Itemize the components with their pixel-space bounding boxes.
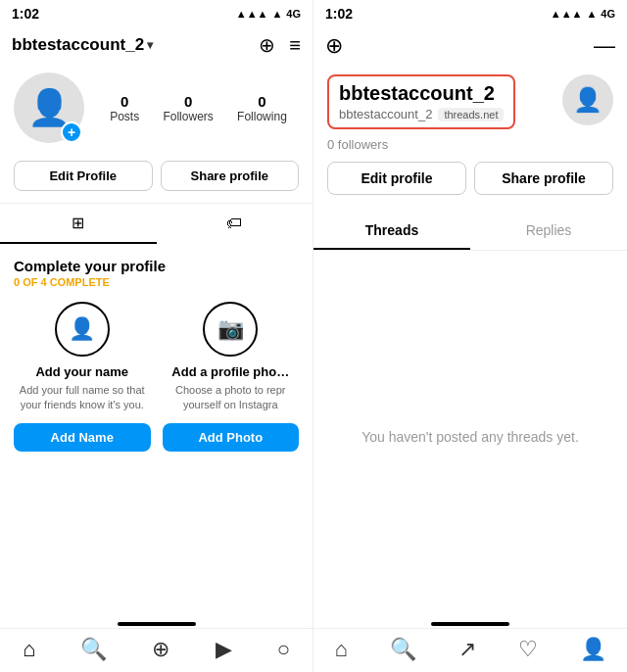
following-label: Following bbox=[237, 110, 287, 123]
right-panel: 1:02 ▲▲▲ ▲ 4G ⊕ — bbtestaccount_2 bbtest… bbox=[314, 0, 627, 672]
posts-count: 0 bbox=[121, 93, 128, 110]
threads-tab-label: Threads bbox=[365, 222, 418, 238]
threads-handle-row: bbtestaccount_2 threads.net bbox=[339, 107, 504, 121]
threads-avatar-icon: 👤 bbox=[573, 86, 603, 114]
globe-icon[interactable]: ⊕ bbox=[325, 33, 343, 59]
edit-profile-button[interactable]: Edit Profile bbox=[14, 161, 153, 191]
status-time-right: 1:02 bbox=[325, 6, 353, 22]
r-wifi-icon: ▲ bbox=[586, 8, 597, 20]
wifi-icon: ▲ bbox=[271, 8, 282, 20]
add-nav-icon[interactable]: ⊕ bbox=[152, 637, 169, 662]
posts-stat: 0 Posts bbox=[110, 93, 139, 123]
share-profile-button[interactable]: Share profile bbox=[161, 161, 300, 191]
threads-followers: 0 followers bbox=[327, 137, 613, 152]
profile-buttons: Edit Profile Share profile bbox=[0, 153, 313, 199]
tabs-left: ⊞ 🏷 bbox=[0, 203, 313, 244]
following-stat[interactable]: 0 Following bbox=[237, 93, 287, 123]
r-signal-icon: ▲▲▲ bbox=[551, 8, 583, 20]
home-nav-icon[interactable]: ⌂ bbox=[23, 637, 35, 662]
card-name-title: Add your name bbox=[35, 364, 128, 379]
bottom-bar-left bbox=[118, 622, 196, 626]
threads-edit-button[interactable]: Edit profile bbox=[327, 162, 466, 195]
replies-tab-label: Replies bbox=[526, 222, 572, 238]
add-photo-card: 📷 Add a profile pho… Choose a photo to r… bbox=[163, 302, 300, 452]
add-name-card: 👤 Add your name Add your full name so th… bbox=[14, 302, 151, 452]
signal-icon: ▲▲▲ bbox=[236, 8, 268, 20]
battery-icon: 4G bbox=[286, 8, 301, 20]
status-icons-right: ▲▲▲ ▲ 4G bbox=[551, 8, 615, 20]
profile-nav-icon[interactable]: ○ bbox=[277, 637, 290, 662]
chevron-down-icon: ▾ bbox=[147, 38, 153, 52]
r-battery-icon: 4G bbox=[601, 8, 615, 20]
threads-username-highlight: bbtestaccount_2 bbtestaccount_2 threads.… bbox=[327, 74, 515, 129]
bottom-bar-right bbox=[431, 622, 509, 626]
status-bar-left: 1:02 ▲▲▲ ▲ 4G bbox=[0, 0, 313, 27]
avatar-icon: 👤 bbox=[27, 87, 72, 128]
add-photo-button[interactable]: + bbox=[61, 121, 82, 143]
add-post-icon[interactable]: ⊕ bbox=[259, 33, 275, 57]
complete-cards: 👤 Add your name Add your full name so th… bbox=[14, 302, 299, 452]
complete-title: Complete your profile bbox=[14, 258, 299, 274]
grid-icon: ⊞ bbox=[72, 214, 84, 232]
followers-count: 0 bbox=[184, 93, 192, 110]
status-bar-right: 1:02 ▲▲▲ ▲ 4G bbox=[314, 0, 627, 27]
bottom-nav-right: ⌂ 🔍 ↗ ♡ 👤 bbox=[314, 628, 627, 672]
threads-tag: threads.net bbox=[438, 108, 504, 121]
search-nav-icon[interactable]: 🔍 bbox=[80, 637, 107, 662]
card-photo-desc: Choose a photo to repr yourself on Insta… bbox=[163, 383, 300, 413]
person-icon: 👤 bbox=[55, 302, 110, 357]
threads-share-button[interactable]: Share profile bbox=[474, 162, 613, 195]
threads-empty: You haven't posted any threads yet. bbox=[314, 251, 627, 622]
r-share-nav-icon[interactable]: ↗ bbox=[458, 637, 476, 662]
threads-buttons: Edit profile Share profile bbox=[327, 162, 613, 195]
threads-username-main: bbtestaccount_2 bbox=[339, 82, 504, 105]
card-name-desc: Add your full name so that your friends … bbox=[14, 383, 151, 413]
status-icons-left: ▲▲▲ ▲ 4G bbox=[236, 8, 301, 20]
menu-icon[interactable]: ≡ bbox=[289, 34, 301, 57]
threads-menu-icon[interactable]: — bbox=[594, 33, 615, 59]
threads-handle: bbtestaccount_2 bbox=[339, 107, 432, 121]
header-left: bbtestaccount_2 ▾ ⊕ ≡ bbox=[0, 27, 313, 63]
following-count: 0 bbox=[258, 93, 265, 110]
complete-subtitle: 0 OF 4 COMPLETE bbox=[14, 276, 299, 288]
threads-username-row: bbtestaccount_2 bbtestaccount_2 threads.… bbox=[327, 74, 613, 129]
threads-tabs: Threads Replies bbox=[314, 213, 627, 251]
threads-empty-text: You haven't posted any threads yet. bbox=[362, 429, 579, 445]
header-username[interactable]: bbtestaccount_2 ▾ bbox=[12, 35, 153, 55]
tab-tagged[interactable]: 🏷 bbox=[157, 204, 314, 244]
left-panel: 1:02 ▲▲▲ ▲ 4G bbtestaccount_2 ▾ ⊕ ≡ 👤 + … bbox=[0, 0, 314, 672]
tab-replies[interactable]: Replies bbox=[470, 213, 627, 250]
r-like-nav-icon[interactable]: ♡ bbox=[518, 637, 538, 662]
complete-section: Complete your profile 0 OF 4 COMPLETE 👤 … bbox=[0, 244, 313, 465]
threads-avatar: 👤 bbox=[562, 74, 613, 125]
header-icons: ⊕ ≡ bbox=[259, 33, 301, 57]
r-profile-nav-icon[interactable]: 👤 bbox=[580, 637, 606, 662]
stats: 0 Posts 0 Followers 0 Following bbox=[98, 93, 299, 123]
add-name-button[interactable]: Add Name bbox=[14, 423, 151, 452]
add-photo-button[interactable]: Add Photo bbox=[163, 423, 300, 452]
status-time-left: 1:02 bbox=[12, 6, 39, 22]
username-text: bbtestaccount_2 bbox=[12, 35, 144, 55]
followers-stat[interactable]: 0 Followers bbox=[163, 93, 213, 123]
camera-icon: 📷 bbox=[203, 302, 258, 357]
profile-section: 👤 + 0 Posts 0 Followers 0 Following bbox=[0, 63, 313, 153]
r-search-nav-icon[interactable]: 🔍 bbox=[390, 637, 416, 662]
threads-profile: bbtestaccount_2 bbtestaccount_2 threads.… bbox=[314, 65, 627, 213]
reels-nav-icon[interactable]: ▶ bbox=[216, 637, 232, 662]
avatar-wrap: 👤 + bbox=[14, 72, 84, 143]
followers-label: Followers bbox=[163, 110, 213, 123]
r-home-nav-icon[interactable]: ⌂ bbox=[334, 637, 347, 662]
bottom-nav-left: ⌂ 🔍 ⊕ ▶ ○ bbox=[0, 628, 313, 672]
card-photo-title: Add a profile pho… bbox=[171, 364, 289, 379]
tab-threads[interactable]: Threads bbox=[314, 213, 470, 250]
tab-grid[interactable]: ⊞ bbox=[0, 204, 157, 244]
header-right: ⊕ — bbox=[314, 27, 627, 65]
tag-icon: 🏷 bbox=[226, 215, 242, 232]
posts-label: Posts bbox=[110, 110, 139, 123]
